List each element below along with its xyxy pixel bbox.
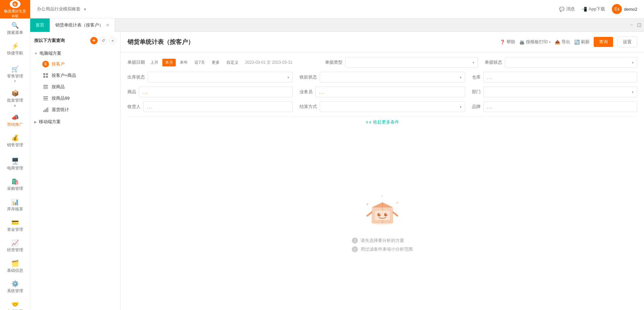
sidebar-item-inventory[interactable]: 📊 库存核算 xyxy=(0,195,30,215)
receiver-input[interactable]: ... xyxy=(143,101,293,112)
empty-tip-1: 1 请先选择要分析的方案 xyxy=(352,238,413,244)
filter-warehouse: 仓库 ... xyxy=(472,72,637,83)
filter-settlement: 结算方式 ▾ xyxy=(300,101,465,112)
tab-maximize-icon[interactable]: ⊡ xyxy=(637,22,641,28)
tab-close-icon[interactable]: ✕ xyxy=(106,23,109,28)
svg-rect-9 xyxy=(43,96,48,97)
sidebar-item-system[interactable]: ⚙️ 系统管理 xyxy=(0,277,30,297)
date-range-value: 2023-03-01 至 2023-03-31 xyxy=(245,60,292,65)
scheme-item-by-customer-product[interactable]: 按客户+商品 xyxy=(30,70,120,81)
filter-brand: 品牌 ... xyxy=(472,101,637,112)
collapse-panel-btn[interactable]: « xyxy=(109,37,116,44)
svg-rect-13 xyxy=(45,109,46,112)
message-btn[interactable]: 💬 消息 xyxy=(559,6,575,12)
sidebar-item-shortcut[interactable]: ⚡ 快捷导航 xyxy=(0,39,30,59)
system-icon: ⚙️ xyxy=(2,280,29,288)
scheme-group-mobile-header[interactable]: ▶ 移动端方案 xyxy=(30,117,120,127)
desktop-group-label: 电脑端方案 xyxy=(40,50,61,56)
product-icon xyxy=(42,84,49,90)
tip-text-1: 请先选择要分析的方案 xyxy=(361,238,404,244)
template-print-label: 按模板打印 xyxy=(526,39,548,45)
out-status-input[interactable]: ▾ xyxy=(148,72,293,83)
salesperson-input[interactable]: ... xyxy=(315,87,465,97)
query-btn[interactable]: 查询 xyxy=(594,37,613,47)
collapse-btn[interactable]: ∧∧ 收起更多条件 xyxy=(127,116,637,128)
date-tab-7days[interactable]: 近7天 xyxy=(192,59,208,66)
scheme-item-by-product[interactable]: 按商品 xyxy=(30,81,120,93)
tab-sales-report[interactable]: 销货单统计表（按客户） ✕ xyxy=(50,18,115,32)
sidebar-item-search[interactable]: 🔍 搜索菜单 xyxy=(0,18,30,39)
user-name: demo2 xyxy=(624,7,637,12)
date-tab-custom[interactable]: 自定义 xyxy=(224,59,241,66)
scheme-group-desktop: ▼ 电脑端方案 客 按客户 按客户+商品 按商品 xyxy=(30,48,120,116)
svg-rect-3 xyxy=(46,73,48,75)
sidebar-item-operations[interactable]: 📈 经营管理 xyxy=(0,236,30,256)
tab-right-actions: － ⊡ xyxy=(115,21,644,29)
sidebar-item-sales[interactable]: 💰 销售管理 xyxy=(0,131,30,151)
add-scheme-btn[interactable]: + xyxy=(90,37,98,44)
refresh-scheme-btn[interactable]: ↺ xyxy=(100,37,107,44)
sidebar-item-ecommerce[interactable]: 🖥️ 电商管理 xyxy=(0,154,30,174)
date-tab-this-month[interactable]: 本月 xyxy=(162,59,176,66)
filter-out-status: 出库状态 ▾ xyxy=(127,72,293,83)
message-icon: 💬 xyxy=(559,7,565,12)
sidebar-item-wholesale[interactable]: 📦 批发管理 ▲ xyxy=(0,86,30,110)
tab-minimize-icon[interactable]: － xyxy=(629,21,634,29)
ecommerce-icon: 🖥️ xyxy=(2,157,29,165)
date-tab-this-year[interactable]: 本年 xyxy=(177,59,191,66)
doc-type-caret: ▾ xyxy=(473,61,474,64)
tab-sales-report-label: 销货单统计表（按客户） xyxy=(55,22,103,28)
brand-placeholder: ... xyxy=(487,104,493,109)
mobile-group-arrow: ▶ xyxy=(34,120,37,124)
svg-text:✦: ✦ xyxy=(396,201,398,205)
scheme-item-by-customer[interactable]: 客 按客户 xyxy=(30,58,120,70)
export-icon: 📤 xyxy=(555,40,560,45)
date-tab-more[interactable]: 更多 xyxy=(209,59,222,66)
scheme-item-return-stats[interactable]: 退货统计 xyxy=(30,104,120,115)
settings-btn[interactable]: 设置 xyxy=(617,37,637,47)
scheme-group-desktop-header[interactable]: ▼ 电脑端方案 xyxy=(30,48,120,58)
marketing-icon: 📣 xyxy=(2,114,29,121)
settlement-caret: ▾ xyxy=(460,105,462,109)
left-panel-actions: + ↺ « xyxy=(90,37,116,44)
export-btn[interactable]: 📤 导出 xyxy=(555,39,570,45)
industry-caret[interactable]: ▾ xyxy=(84,7,86,12)
inventory-icon: 📊 xyxy=(2,198,29,206)
sidebar-item-enterprise[interactable]: 🤝 企业协同 xyxy=(0,297,30,310)
product-input[interactable]: ... xyxy=(139,87,293,97)
template-print-btn[interactable]: 🖨️ 按模板打印 ▾ xyxy=(519,39,551,45)
sidebar-item-finance[interactable]: 💳 资金管理 xyxy=(0,215,30,236)
svg-rect-5 xyxy=(46,76,48,78)
collapse-arrow-icon: ∧∧ xyxy=(366,120,372,124)
tab-home[interactable]: 首页 xyxy=(30,18,50,32)
receipt-status-label: 收款状态 xyxy=(300,74,317,80)
filter-area: 单据日期 上月 本月 本年 近7天 更多 自定义 2023-03-01 至 20… xyxy=(121,52,644,133)
help-btn[interactable]: ❓ 帮助 xyxy=(500,39,515,45)
warehouse-input[interactable]: ... xyxy=(483,72,637,83)
sidebar-item-inventory-label: 库存核算 xyxy=(2,206,29,212)
sidebar-item-ecommerce-label: 电商管理 xyxy=(2,165,29,171)
doc-status-input[interactable]: ▾ xyxy=(505,57,637,68)
doc-type-input[interactable]: ▾ xyxy=(345,57,478,68)
svg-point-25 xyxy=(386,213,387,215)
refresh-btn[interactable]: 🔄 刷新 xyxy=(574,39,590,45)
filter-row-3: 商品 ... 业务员 ... 部门 xyxy=(127,87,637,97)
department-input[interactable]: ▾ xyxy=(483,87,637,97)
scheme-item-by-product-99[interactable]: 按商品99 xyxy=(30,93,120,104)
settlement-input[interactable]: ▾ xyxy=(320,101,465,112)
sidebar-item-marketing[interactable]: 📣 营销推广 xyxy=(0,110,30,131)
export-label: 导出 xyxy=(561,39,570,45)
sidebar-item-base-label: 基础信息 xyxy=(2,268,29,273)
wholesale-caret: ▲ xyxy=(2,103,29,107)
brand-input[interactable]: ... xyxy=(483,101,637,112)
user-profile[interactable]: Ea demo2 xyxy=(612,4,637,14)
sidebar-item-shortcut-label: 快捷导航 xyxy=(2,50,29,56)
sidebar-item-retail[interactable]: 🛒 零售管理 ▾ xyxy=(0,62,30,86)
date-tab-last-month[interactable]: 上月 xyxy=(148,59,161,66)
app-download-btn[interactable]: 📲 App下载 xyxy=(582,6,605,12)
receipt-status-input[interactable]: ▾ xyxy=(320,72,465,83)
sidebar-item-purchase[interactable]: 🛍️ 采购管理 xyxy=(0,174,30,195)
date-label: 单据日期 xyxy=(127,59,145,65)
sidebar-item-base[interactable]: 🗂️ 基础信息 xyxy=(0,256,30,277)
page-header: 销货单统计表（按客户） ❓ 帮助 🖨️ 按模板打印 ▾ 📤 xyxy=(121,32,644,52)
